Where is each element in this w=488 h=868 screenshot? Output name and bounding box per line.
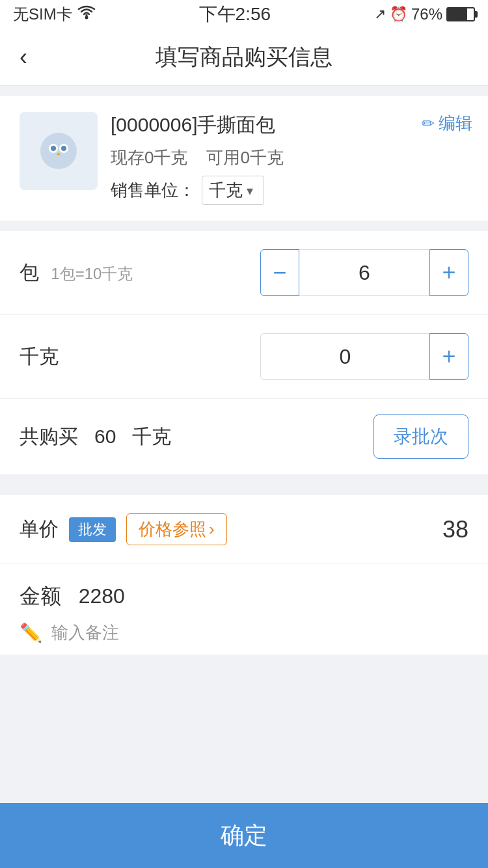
alarm-icon: ⏰ [390, 6, 407, 23]
amount-row: 金额 2280 [20, 582, 468, 611]
record-batch-button[interactable]: 录批次 [373, 414, 468, 459]
wifi-icon [77, 5, 96, 23]
back-button[interactable]: ‹ [13, 37, 34, 77]
carrier-label: 无SIM卡 [13, 4, 72, 25]
kg-row: 千克 + [0, 315, 488, 399]
chevron-right-icon: › [209, 519, 215, 539]
svg-point-5 [61, 146, 66, 151]
total-value: 60 [94, 426, 116, 447]
confirm-button[interactable]: 确定 [221, 820, 267, 852]
unit-select[interactable]: 千克 ▾ [202, 176, 264, 205]
svg-point-7 [48, 155, 69, 168]
note-row[interactable]: ✏️ 输入备注 [20, 621, 468, 644]
price-tag: 批发 [69, 517, 116, 542]
status-left: 无SIM卡 [13, 4, 96, 25]
amount-section: 金额 2280 ✏️ 输入备注 [0, 563, 488, 655]
status-right: ↗ ⏰ 76% [374, 5, 475, 23]
svg-point-4 [51, 146, 56, 151]
price-section: 单价 批发 价格参照 › 38 [0, 485, 488, 563]
product-stock: 现存0千克 可用0千克 [111, 146, 468, 169]
amount-value: 2280 [79, 584, 125, 608]
kg-plus-button[interactable]: + [429, 333, 468, 380]
kg-qty-control: + [260, 333, 468, 380]
pencil-icon: ✏️ [20, 622, 42, 644]
battery-icon [446, 7, 475, 21]
package-qty-input[interactable] [299, 249, 429, 296]
package-row: 包 1包=10千克 − + [0, 231, 488, 315]
price-reference-button[interactable]: 价格参照 › [126, 513, 227, 545]
location-icon: ↗ [374, 6, 386, 23]
total-row: 共购买 60 千克 录批次 [0, 399, 488, 474]
package-qty-control: − + [260, 249, 468, 296]
page-title: 填写商品购买信息 [156, 42, 332, 72]
status-bar: 无SIM卡 下午2:56 ↗ ⏰ 76% [0, 0, 488, 29]
package-label: 包 1包=10千克 [20, 260, 260, 286]
package-plus-button[interactable]: + [429, 249, 468, 296]
product-unit: 销售单位： 千克 ▾ [111, 176, 468, 205]
battery-percent: 76% [411, 5, 442, 23]
total-text: 共购买 60 千克 [20, 424, 171, 450]
kg-qty-input[interactable] [260, 333, 429, 380]
product-name: [0000006]手撕面包 [111, 112, 468, 139]
edit-icon: ✏ [422, 115, 435, 133]
product-info: [0000006]手撕面包 现存0千克 可用0千克 销售单位： 千克 ▾ [111, 112, 468, 205]
section-separator-2 [0, 474, 488, 485]
price-label: 单价 [20, 516, 59, 543]
status-time: 下午2:56 [199, 2, 271, 27]
kg-label: 千克 [20, 344, 260, 370]
package-hint: 1包=10千克 [51, 265, 133, 282]
price-value: 38 [442, 516, 468, 543]
section-separator-1 [0, 221, 488, 231]
chevron-down-icon: ▾ [247, 183, 253, 198]
edit-button[interactable]: ✏ 编辑 [422, 112, 472, 135]
package-minus-button[interactable]: − [260, 249, 299, 296]
product-image [20, 112, 98, 190]
note-placeholder[interactable]: 输入备注 [51, 621, 119, 644]
svg-point-0 [85, 16, 88, 20]
confirm-bar[interactable]: 确定 [0, 803, 488, 868]
product-card: [0000006]手撕面包 现存0千克 可用0千克 销售单位： 千克 ▾ ✏ 编… [0, 96, 488, 221]
nav-bar: ‹ 填写商品购买信息 [0, 29, 488, 86]
input-section: 包 1包=10千克 − + 千克 + [0, 231, 488, 399]
